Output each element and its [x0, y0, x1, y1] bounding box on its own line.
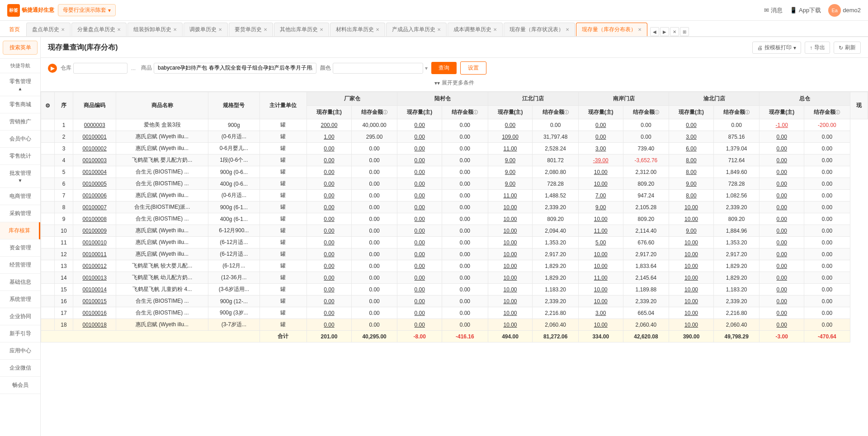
linkable-value[interactable]: 10.00 — [503, 275, 517, 281]
col-factory-stock[interactable]: 0.00 — [307, 272, 352, 284]
linkable-value[interactable]: 0.00 — [415, 298, 425, 305]
linkable-value[interactable]: 10.00 — [684, 275, 698, 281]
linkable-value[interactable]: 10.00 — [684, 310, 698, 316]
col-total-stock[interactable]: 0.00 — [760, 260, 804, 272]
col-settings-icon[interactable]: ⚙ — [41, 92, 55, 119]
linkable-value[interactable]: 0.00 — [415, 134, 425, 140]
col-lu-stock[interactable]: 0.00 — [397, 307, 442, 319]
col-lu-stock[interactable]: 0.00 — [397, 284, 442, 295]
refresh-btn[interactable]: ↻ 刷新 — [834, 42, 861, 54]
col-total-stock[interactable]: 0.00 — [760, 307, 804, 319]
tab-close-icon[interactable]: ✕ — [638, 27, 642, 32]
col-jb-stock[interactable]: 11.00 — [488, 190, 533, 202]
linkable-value[interactable]: 0.00 — [415, 204, 425, 211]
col-factory-stock[interactable]: 0.00 — [307, 307, 352, 319]
col-na-stock[interactable]: 10.00 — [578, 284, 623, 295]
tab-material-out[interactable]: 材料出库单历史✕ — [330, 23, 385, 36]
linkable-value[interactable]: 0.00 — [415, 192, 425, 199]
linkable-value[interactable]: 10.00 — [503, 216, 517, 222]
col-yb-stock[interactable]: 10.00 — [669, 248, 714, 260]
col-total-stock[interactable]: 0.00 — [760, 284, 804, 295]
linkable-value[interactable]: 7.00 — [595, 192, 606, 199]
col-total-stock[interactable]: 0.00 — [760, 248, 804, 260]
col-total-stock[interactable]: 0.00 — [760, 319, 804, 331]
col-factory-stock[interactable]: 1.00 — [307, 131, 352, 143]
col-na-stock[interactable]: 7.00 — [578, 190, 623, 202]
linkable-value[interactable]: 10.00 — [503, 286, 517, 293]
col-code[interactable]: 00100003 — [73, 155, 116, 166]
col-jb-stock[interactable]: 0.00 — [488, 119, 533, 131]
sidebar-item-marketing[interactable]: 营销推广 — [0, 113, 40, 131]
warehouse-input[interactable] — [73, 63, 127, 74]
col-na-stock[interactable]: 3.00 — [578, 307, 623, 319]
linkable-value[interactable]: 10.00 — [684, 204, 698, 211]
col-na-stock[interactable]: -39.00 — [578, 155, 623, 166]
yb-amt-info-icon[interactable]: ⓘ — [745, 110, 750, 115]
col-factory-stock[interactable]: 0.00 — [307, 225, 352, 237]
tab-close-icon[interactable]: ✕ — [173, 27, 177, 32]
col-code[interactable]: 00100002 — [73, 143, 116, 155]
col-factory-stock[interactable]: 0.00 — [307, 319, 352, 331]
linkable-value[interactable]: 0.00 — [324, 181, 334, 187]
sidebar-item-apps[interactable]: 应用中心 — [0, 342, 40, 360]
linkable-value[interactable]: 0.00 — [324, 286, 334, 293]
col-jb-stock[interactable]: 10.00 — [488, 248, 533, 260]
col-code[interactable]: 00100008 — [73, 213, 116, 225]
col-yb-stock[interactable]: 10.00 — [669, 307, 714, 319]
na-amt-info-icon[interactable]: ⓘ — [655, 110, 659, 115]
col-code[interactable]: 00100009 — [73, 225, 116, 237]
linkable-value[interactable]: 10.00 — [684, 251, 698, 258]
tab-close-icon[interactable]: ✕ — [376, 27, 379, 32]
col-na-stock[interactable]: 11.00 — [578, 225, 623, 237]
linkable-value[interactable]: 0.00 — [595, 134, 606, 140]
linkable-value[interactable]: 0.00 — [777, 286, 787, 293]
col-total-stock[interactable]: 0.00 — [760, 237, 804, 248]
col-factory-stock[interactable]: 200.00 — [307, 119, 352, 131]
warehouse-dots[interactable]: ... — [129, 65, 137, 71]
tab-expand-btn[interactable]: ⊞ — [680, 27, 689, 36]
col-total-stock[interactable]: 0.00 — [760, 295, 804, 307]
linkable-value[interactable]: 1.00 — [324, 134, 334, 140]
linkable-value[interactable]: 0.00 — [777, 275, 787, 281]
linkable-value[interactable]: 10.00 — [503, 310, 517, 316]
total-amt-info-icon[interactable]: ⓘ — [835, 110, 840, 115]
sidebar-item-operations[interactable]: 经营管理 — [0, 257, 40, 274]
linkable-value[interactable]: 10.00 — [594, 286, 608, 293]
col-jb-stock[interactable]: 9.00 — [488, 155, 533, 166]
col-code[interactable]: 00100004 — [73, 166, 116, 178]
sidebar-item-system[interactable]: 系统管理 — [0, 291, 40, 308]
col-na-stock[interactable]: 9.00 — [578, 202, 623, 213]
linkable-value[interactable]: 00100001 — [83, 134, 107, 140]
col-total-stock[interactable]: 0.00 — [760, 225, 804, 237]
tab-close-icon[interactable]: ✕ — [218, 27, 222, 32]
col-lu-stock[interactable]: 0.00 — [397, 178, 442, 190]
tab-transfer[interactable]: 调拨单历史✕ — [184, 23, 228, 36]
col-factory-stock[interactable]: 0.00 — [307, 202, 352, 213]
linkable-value[interactable]: 00100018 — [83, 322, 107, 328]
linkable-value[interactable]: 6.00 — [686, 145, 696, 152]
sidebar-item-purchase[interactable]: 采购管理 — [0, 205, 40, 222]
industry-selector[interactable]: 母婴行业演示陈套 ▾ — [58, 4, 116, 16]
col-jb-stock[interactable]: 10.00 — [488, 295, 533, 307]
linkable-value[interactable]: 11.00 — [594, 228, 608, 234]
linkable-value[interactable]: 0.00 — [415, 145, 425, 152]
linkable-value[interactable]: 0.00 — [324, 275, 334, 281]
col-code[interactable]: 00100006 — [73, 190, 116, 202]
app-download-btn[interactable]: 📱 App下载 — [790, 6, 821, 14]
linkable-value[interactable]: 0.00 — [777, 134, 787, 140]
col-total-stock[interactable]: 0.00 — [760, 190, 804, 202]
linkable-value[interactable]: 00100003 — [83, 157, 107, 164]
col-factory-stock[interactable]: 0.00 — [307, 143, 352, 155]
linkable-value[interactable]: 0.00 — [415, 322, 425, 328]
linkable-value[interactable]: 10.00 — [594, 181, 608, 187]
linkable-value[interactable]: 0.00 — [777, 310, 787, 316]
linkable-value[interactable]: 0.00 — [415, 310, 425, 316]
linkable-value[interactable]: 0.00 — [324, 251, 334, 258]
linkable-value[interactable]: 10.00 — [503, 228, 517, 234]
linkable-value[interactable]: 10.00 — [503, 239, 517, 246]
linkable-value[interactable]: 00100010 — [83, 239, 107, 246]
linkable-value[interactable]: 0.00 — [777, 251, 787, 258]
linkable-value[interactable]: 0.00 — [777, 216, 787, 222]
col-jb-stock[interactable]: 10.00 — [488, 307, 533, 319]
linkable-value[interactable]: 8.00 — [686, 157, 696, 164]
